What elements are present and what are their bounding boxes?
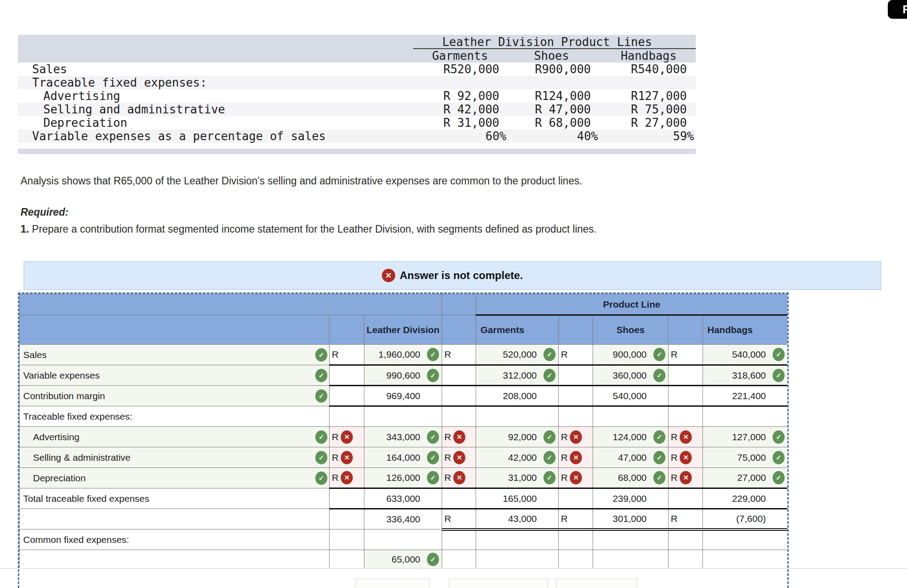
currency-symbol: R <box>561 432 568 442</box>
exhibit-value <box>428 76 508 89</box>
currency-symbol-cell[interactable]: R✕ <box>559 427 593 447</box>
currency-symbol-cell <box>330 365 364 386</box>
amount-cell[interactable]: 360,000✓ <box>593 365 669 386</box>
exhibit-row: Traceable fixed expenses: <box>18 76 696 89</box>
currency-symbol-cell[interactable]: R✕ <box>669 468 703 488</box>
header-blank <box>20 294 442 315</box>
amount-cell[interactable]: 126,000✓ <box>364 468 442 488</box>
amount-cell[interactable]: 990,600✓ <box>364 365 442 386</box>
currency-symbol-cell[interactable]: R <box>669 509 703 530</box>
amount-cell[interactable]: 540,000✓ <box>703 345 788 365</box>
currency-symbol: R <box>671 452 677 463</box>
amount-cell[interactable]: 164,000✓ <box>364 447 442 468</box>
bottom-separator <box>0 568 907 569</box>
amount-cell[interactable]: 75,000✓ <box>703 447 788 468</box>
check-circle-icon: ✓ <box>427 471 439 484</box>
check-circle-icon: ✓ <box>315 369 327 382</box>
header-row-group: Product Line <box>20 294 788 315</box>
currency-symbol-cell[interactable]: R <box>559 509 593 530</box>
exhibit-footer-band <box>18 149 696 154</box>
statement-row-label[interactable]: Depreciation✓ <box>20 468 330 488</box>
currency-symbol-cell[interactable]: R✕ <box>330 427 364 447</box>
exhibit-row: Variable expenses as a percentage of sal… <box>18 129 696 143</box>
amount-cell[interactable]: 47,000✓ <box>593 447 669 468</box>
amount-value: 540,000 <box>732 349 766 359</box>
x-circle-icon: ✕ <box>453 451 465 464</box>
statement-selection-region[interactable]: Product Line Leather Division Garments S… <box>18 292 789 588</box>
statement-row-label[interactable]: Variable expenses✓ <box>20 365 330 386</box>
check-circle-icon: ✓ <box>773 471 785 484</box>
exhibit-row-label: Selling and administrative <box>18 103 428 116</box>
x-circle-icon: ✕ <box>341 451 353 464</box>
currency-symbol-cell <box>669 406 703 427</box>
currency-symbol-cell[interactable]: R✕ <box>559 447 593 468</box>
currency-symbol-cell[interactable]: R <box>669 345 703 365</box>
currency-symbol-cell[interactable]: R <box>559 345 593 365</box>
amount-cell[interactable]: 1,960,000✓ <box>364 345 442 365</box>
amount-cell[interactable]: 900,000✓ <box>593 345 669 365</box>
amount-cell[interactable]: 92,000✓ <box>476 427 559 447</box>
exhibit-value: 60% <box>428 129 508 143</box>
x-circle-icon: ✕ <box>570 451 582 464</box>
exhibit-header-spacer <box>18 35 413 63</box>
exhibit-value: 59% <box>600 129 696 143</box>
amount-value: 318,600 <box>732 370 766 380</box>
header-row-columns: Leather Division Garments Shoes Handbags <box>20 315 788 345</box>
check-circle-icon: ✓ <box>427 451 439 464</box>
currency-symbol-cell[interactable]: R✕ <box>330 447 364 468</box>
statement-row-label[interactable]: Contribution margin✓ <box>20 386 330 406</box>
amount-value: 43,000 <box>508 513 537 524</box>
required-item-number: 1. <box>21 223 29 235</box>
amount-cell <box>593 550 669 569</box>
amount-cell[interactable]: 318,600✓ <box>703 365 788 386</box>
check-circle-icon: ✓ <box>543 430 556 444</box>
amount-cell[interactable]: 343,000✓ <box>364 427 442 447</box>
exhibit-row: AdvertisingR 92,000R124,000R127,000 <box>18 89 696 103</box>
statement-row: Variable expenses✓990,600✓312,000✓360,00… <box>20 365 788 386</box>
amount-cell[interactable]: 312,000✓ <box>476 365 559 386</box>
statement-row-label[interactable]: Sales✓ <box>20 345 330 365</box>
currency-symbol-cell[interactable]: R✕ <box>442 447 476 468</box>
x-circle-icon: ✕ <box>453 430 465 444</box>
exhibit-value: R 47,000 <box>508 103 600 116</box>
amount-cell[interactable]: 68,000✓ <box>593 468 669 488</box>
x-circle-icon: ✕ <box>453 471 465 484</box>
amount-cell[interactable]: 124,000✓ <box>593 427 669 447</box>
amount-cell <box>593 530 669 550</box>
amount-cell[interactable]: 31,000✓ <box>476 468 559 488</box>
currency-symbol-cell[interactable]: R✕ <box>669 427 703 447</box>
amount-cell[interactable]: 127,000✓ <box>703 427 788 447</box>
statement-row-label[interactable]: Advertising✓ <box>20 427 330 447</box>
currency-symbol-cell[interactable]: R✕ <box>442 468 476 488</box>
currency-symbol-cell <box>442 530 476 550</box>
check-circle-icon: ✓ <box>773 430 785 444</box>
currency-symbol-cell <box>669 488 703 509</box>
check-circle-icon: ✓ <box>653 471 665 484</box>
currency-symbol-cell[interactable]: R✕ <box>559 468 593 488</box>
amount-cell <box>364 530 442 550</box>
amount-value: 969,400 <box>386 391 420 401</box>
currency-symbol-cell <box>330 406 364 427</box>
check-circle-icon: ✓ <box>653 430 665 444</box>
next-table-ghost-cell <box>355 579 430 588</box>
amount-cell[interactable]: 520,000✓ <box>476 345 559 365</box>
currency-symbol-cell <box>442 386 476 406</box>
amount-cell[interactable]: 65,000✓ <box>364 550 442 569</box>
currency-symbol-cell[interactable]: R✕ <box>442 427 476 447</box>
statement-row-label[interactable]: Selling & administrative✓ <box>20 447 330 468</box>
currency-symbol: R <box>671 513 677 524</box>
currency-symbol-cell[interactable]: R✕ <box>669 447 703 468</box>
currency-symbol-cell[interactable]: R <box>442 345 476 365</box>
exhibit-col-shoes: Shoes <box>493 49 585 63</box>
amount-cell[interactable]: 27,000✓ <box>703 468 788 488</box>
check-circle-icon: ✓ <box>773 348 785 361</box>
currency-symbol-cell <box>559 386 593 406</box>
corner-badge[interactable]: R <box>888 0 907 19</box>
check-circle-icon: ✓ <box>427 553 439 566</box>
currency-symbol-cell[interactable]: R <box>442 509 476 530</box>
answer-status-banner: ✕ Answer is not complete. <box>24 261 881 290</box>
currency-symbol-cell[interactable]: R✕ <box>330 468 364 488</box>
currency-symbol-cell[interactable]: R <box>330 345 364 365</box>
amount-cell[interactable]: 42,000✓ <box>476 447 559 468</box>
exhibit-group-title: Leather Division Product Lines <box>413 35 696 49</box>
